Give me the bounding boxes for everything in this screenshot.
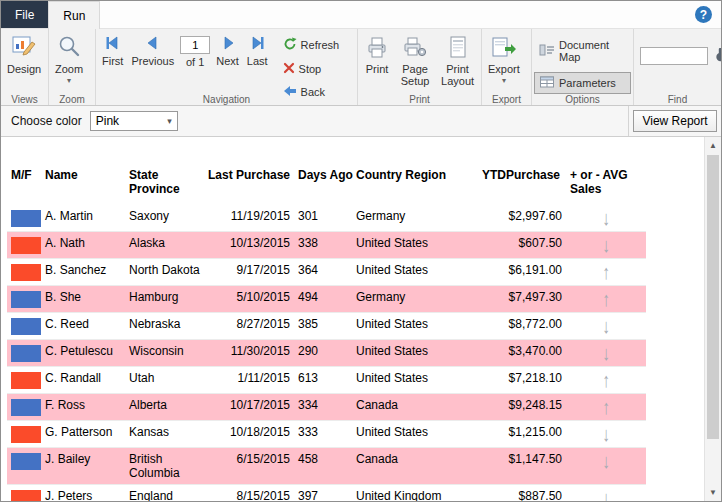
find-group-caption: Find <box>634 94 721 105</box>
page-setup-icon <box>402 35 428 61</box>
view-report-button[interactable]: View Report <box>633 110 716 132</box>
gender-cell <box>7 258 41 285</box>
last-purchase-cell: 6/15/2015 <box>204 447 294 485</box>
gender-cell <box>7 339 41 366</box>
last-purchase-cell: 8/27/2015 <box>204 312 294 339</box>
help-button[interactable]: ? <box>695 6 712 23</box>
days-ago-cell: 333 <box>294 420 352 447</box>
print-button[interactable]: Print <box>360 32 394 78</box>
name-cell: A. Martin <box>41 205 125 232</box>
export-group-caption: Export <box>482 94 531 105</box>
parameters-label: Parameters <box>559 77 616 89</box>
ytd-cell: $7,497.30 <box>478 285 566 312</box>
trend-cell <box>566 231 646 258</box>
ribbon-group-print: Print Page Setup Print Layout Print <box>357 29 481 105</box>
page-setup-button[interactable]: Page Setup <box>394 32 436 90</box>
report-table: M/F Name State Province Last Purchase Da… <box>7 166 646 501</box>
color-parameter-dropdown[interactable]: Pink ▾ <box>90 111 178 131</box>
next-page-icon <box>219 35 237 53</box>
first-page-button[interactable]: First <box>98 32 127 70</box>
report-viewport: M/F Name State Province Last Purchase Da… <box>1 137 721 501</box>
ribbon-group-options: Document Map Parameters Options <box>531 29 633 105</box>
page-number-input[interactable] <box>180 36 210 54</box>
document-map-button[interactable]: Document Map <box>534 36 631 66</box>
find-button[interactable] <box>713 44 722 67</box>
design-button[interactable]: Design <box>3 32 45 78</box>
trend-cell <box>566 339 646 366</box>
page-setup-label: Page Setup <box>398 63 432 87</box>
last-purchase-cell: 5/10/2015 <box>204 285 294 312</box>
days-ago-cell: 301 <box>294 205 352 232</box>
print-layout-button[interactable]: Print Layout <box>436 32 479 90</box>
gender-bar <box>11 453 41 470</box>
trend-arrow-icon <box>602 207 610 227</box>
stop-button[interactable]: Stop <box>278 59 327 79</box>
trend-cell <box>566 485 646 501</box>
table-row: C. Petulescu Wisconsin 11/30/2015 290 Un… <box>7 339 646 366</box>
design-label: Design <box>7 63 41 75</box>
ytd-cell: $3,470.00 <box>478 339 566 366</box>
gender-bar <box>11 210 41 227</box>
first-page-icon <box>104 35 122 53</box>
parameters-toggle-button[interactable]: Parameters <box>534 72 631 94</box>
days-ago-cell: 385 <box>294 312 352 339</box>
last-purchase-cell: 10/18/2015 <box>204 420 294 447</box>
refresh-button[interactable]: Refresh <box>278 34 345 56</box>
scroll-down-icon[interactable]: ▼ <box>705 484 721 501</box>
vertical-scrollbar[interactable]: ▲ ▼ <box>704 137 721 501</box>
trend-arrow-icon <box>602 261 610 281</box>
export-button[interactable]: Export ▾ <box>484 32 524 88</box>
gender-cell <box>7 447 41 485</box>
gender-bar <box>11 399 41 416</box>
trend-arrow-icon <box>602 234 610 254</box>
days-ago-cell: 338 <box>294 231 352 258</box>
state-cell: Hamburg <box>125 285 204 312</box>
refresh-label: Refresh <box>301 39 340 51</box>
trend-arrow-icon <box>602 288 610 308</box>
name-cell: B. She <box>41 285 125 312</box>
trend-arrow-icon <box>602 488 610 501</box>
state-cell: Kansas <box>125 420 204 447</box>
next-page-button[interactable]: Next <box>212 32 243 70</box>
previous-page-button[interactable]: Previous <box>127 32 178 70</box>
view-report-zone: View Report <box>628 106 721 136</box>
trend-cell <box>566 393 646 420</box>
gender-bar <box>11 490 41 501</box>
state-cell: Utah <box>125 366 204 393</box>
gender-bar <box>11 318 41 335</box>
tab-file[interactable]: File <box>1 1 48 28</box>
country-cell: United States <box>352 258 478 285</box>
zoom-dropdown-caret-icon: ▾ <box>67 77 71 85</box>
last-purchase-cell: 11/30/2015 <box>204 339 294 366</box>
column-header-mf: M/F <box>7 166 41 205</box>
color-parameter-value: Pink <box>96 114 119 128</box>
scroll-up-icon[interactable]: ▲ <box>705 137 721 154</box>
gender-cell <box>7 231 41 258</box>
name-cell: G. Patterson <box>41 420 125 447</box>
ribbon-group-find: Find <box>633 29 721 105</box>
name-cell: J. Bailey <box>41 447 125 485</box>
trend-cell <box>566 312 646 339</box>
find-input[interactable] <box>640 47 708 65</box>
ytd-cell: $7,218.10 <box>478 366 566 393</box>
binoculars-icon <box>715 50 722 65</box>
ytd-cell: $9,248.15 <box>478 393 566 420</box>
state-cell: British Columbia <box>125 447 204 485</box>
zoom-button[interactable]: Zoom ▾ <box>51 32 87 88</box>
table-row: A. Martin Saxony 11/19/2015 301 Germany … <box>7 205 646 232</box>
gender-cell <box>7 366 41 393</box>
ytd-cell: $607.50 <box>478 231 566 258</box>
trend-arrow-icon <box>602 315 610 335</box>
tab-run[interactable]: Run <box>48 1 100 29</box>
report-viewer-window: File Run ? Design Views Zoom ▾ Zoom <box>0 0 722 502</box>
name-cell: C. Petulescu <box>41 339 125 366</box>
stop-icon <box>283 62 295 76</box>
gender-cell <box>7 285 41 312</box>
last-page-button[interactable]: Last <box>243 32 272 70</box>
table-row: C. Reed Nebraska 8/27/2015 385 United St… <box>7 312 646 339</box>
scrollbar-thumb[interactable] <box>707 155 719 439</box>
trend-arrow-icon <box>602 450 610 470</box>
days-ago-cell: 613 <box>294 366 352 393</box>
table-row: B. She Hamburg 5/10/2015 494 Germany $7,… <box>7 285 646 312</box>
ytd-cell: $1,147.50 <box>478 447 566 485</box>
